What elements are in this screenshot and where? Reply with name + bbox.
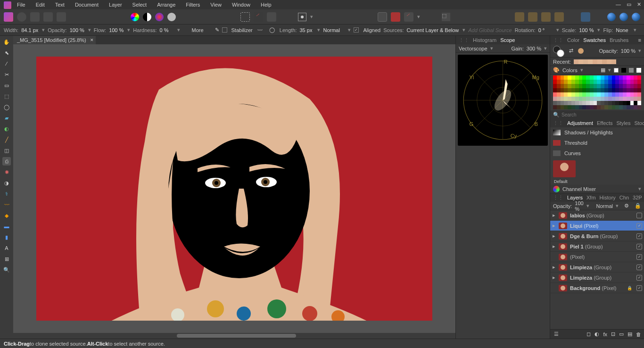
palette-swatch[interactable]: [579, 80, 583, 84]
rectangle-tool-icon[interactable]: ▮: [2, 233, 11, 241]
quick-mask-icon[interactable]: [267, 12, 276, 22]
palette-swatch[interactable]: [553, 92, 557, 97]
tab-xfm[interactable]: Xfm: [586, 195, 596, 200]
palette-swatch[interactable]: [627, 75, 630, 80]
palette-swatch[interactable]: [586, 97, 590, 101]
width-value[interactable]: 84.1 px: [21, 27, 38, 33]
tab-scope[interactable]: Scope: [500, 37, 515, 43]
palette-swatch[interactable]: [582, 97, 586, 101]
palette-swatch[interactable]: [557, 75, 561, 80]
channel-mixer-label[interactable]: Channel Mixer: [562, 186, 596, 192]
visibility-checkbox[interactable]: ✓: [636, 254, 642, 260]
palette-swatch[interactable]: [608, 97, 612, 101]
palette-swatch[interactable]: [586, 75, 590, 80]
palette-swatch[interactable]: [590, 92, 594, 97]
palette-swatch[interactable]: [582, 105, 586, 109]
palette-swatch[interactable]: [608, 80, 612, 84]
soft-proof-icon[interactable]: [167, 13, 176, 21]
window-close-icon[interactable]: ✕: [637, 1, 641, 8]
palette-grid[interactable]: [550, 75, 644, 110]
layer-list[interactable]: ▸labios (Group)▸Liqui (Pixel)✓▸Dge & Bur…: [550, 210, 644, 329]
chevron-down-icon[interactable]: ▾: [127, 27, 130, 33]
palette-swatch[interactable]: [568, 97, 571, 101]
swatch[interactable]: [607, 59, 611, 64]
palette-swatch[interactable]: [586, 88, 590, 92]
palette-swatch[interactable]: [590, 97, 594, 101]
palette-swatch[interactable]: [582, 75, 586, 80]
palette-swatch[interactable]: [575, 105, 579, 109]
add-layer-icon[interactable]: ▤: [627, 331, 632, 337]
palette-swatch[interactable]: [612, 97, 616, 101]
color-opacity-value[interactable]: 100 %: [621, 48, 636, 54]
persona-photo-icon[interactable]: [4, 12, 13, 22]
palette-swatch[interactable]: [594, 80, 597, 84]
palette-swatch[interactable]: [557, 105, 561, 109]
selection-marquee-icon[interactable]: [240, 12, 250, 22]
palette-swatch[interactable]: [582, 92, 586, 97]
palette-swatch[interactable]: [557, 92, 561, 97]
swatch[interactable]: [583, 59, 588, 64]
palette-swatch[interactable]: [571, 101, 575, 105]
palette-swatch[interactable]: [594, 97, 597, 101]
palette-swatch[interactable]: [637, 92, 641, 97]
scale-value[interactable]: 100 %: [579, 27, 594, 33]
visibility-checkbox[interactable]: ✓: [636, 265, 642, 270]
menu-filters[interactable]: Filters: [186, 2, 200, 8]
palette-swatch[interactable]: [630, 75, 634, 80]
palette-swatch[interactable]: [604, 84, 608, 88]
search-input[interactable]: [561, 112, 641, 117]
palette-swatch[interactable]: [564, 88, 568, 92]
palette-swatch[interactable]: [571, 92, 575, 97]
palette-swatch[interactable]: [623, 101, 627, 105]
palette-swatch[interactable]: [579, 75, 583, 80]
recent-swatches[interactable]: [574, 59, 616, 64]
palette-swatch[interactable]: [568, 75, 571, 80]
layerstack-icon[interactable]: ☰: [554, 331, 559, 337]
bw-icon[interactable]: [143, 13, 151, 21]
visibility-checkbox[interactable]: [636, 213, 642, 218]
palette-swatch[interactable]: [608, 105, 612, 109]
canvas[interactable]: [36, 57, 432, 321]
palette-swatch[interactable]: [637, 75, 641, 80]
chevron-down-icon[interactable]: ▾: [616, 203, 619, 209]
palette-swatch[interactable]: [601, 84, 604, 88]
layers-blend-mode[interactable]: Normal: [596, 203, 613, 209]
zoom-tool-icon[interactable]: 🔍: [2, 265, 11, 274]
fill-none-icon[interactable]: [614, 68, 619, 73]
tab-histogram[interactable]: Histogram: [473, 37, 496, 43]
palette-swatch[interactable]: [568, 84, 571, 88]
palette-swatch[interactable]: [623, 80, 627, 84]
palette-swatch[interactable]: [601, 75, 604, 80]
layer-row[interactable]: (Pixel)✓: [550, 252, 644, 262]
crop-tool-icon[interactable]: ✂: [2, 70, 11, 79]
menu-edit[interactable]: Edit: [36, 2, 45, 8]
palette-swatch[interactable]: [575, 97, 579, 101]
marquee-tool-icon[interactable]: ⬚: [2, 92, 11, 100]
sphere-3-icon[interactable]: [632, 13, 640, 21]
inpaint-tool-icon[interactable]: ✺: [2, 168, 11, 176]
palette-swatch[interactable]: [615, 75, 619, 80]
palette-swatch[interactable]: [634, 105, 637, 109]
visibility-checkbox[interactable]: ✓: [636, 275, 642, 281]
layer-row[interactable]: ▸Dge & Burn (Group)✓: [550, 231, 644, 241]
palette-swatch[interactable]: [615, 101, 619, 105]
palette-swatch[interactable]: [634, 80, 637, 84]
erase-tool-icon[interactable]: ◫: [2, 146, 11, 155]
persona-liquify-icon[interactable]: [17, 12, 26, 22]
palette-swatch[interactable]: [637, 88, 641, 92]
reset-icon[interactable]: ⬚: [442, 13, 450, 21]
palette-swatch[interactable]: [590, 84, 594, 88]
tab-stock[interactable]: Stock: [634, 120, 644, 126]
palette-swatch[interactable]: [553, 97, 557, 101]
fill-gray-icon[interactable]: [629, 68, 634, 73]
palette-swatch[interactable]: [630, 101, 634, 105]
palette-swatch[interactable]: [630, 92, 634, 97]
aligned-checkbox[interactable]: ✓: [354, 27, 359, 33]
palette-swatch[interactable]: [601, 105, 604, 109]
palette-swatch[interactable]: [612, 80, 616, 84]
palette-swatch[interactable]: [630, 84, 634, 88]
palette-swatch[interactable]: [619, 105, 623, 109]
palette-swatch[interactable]: [575, 75, 579, 80]
expand-arrow-icon[interactable]: ▸: [552, 243, 556, 249]
default-preset-thumb[interactable]: [553, 160, 576, 177]
